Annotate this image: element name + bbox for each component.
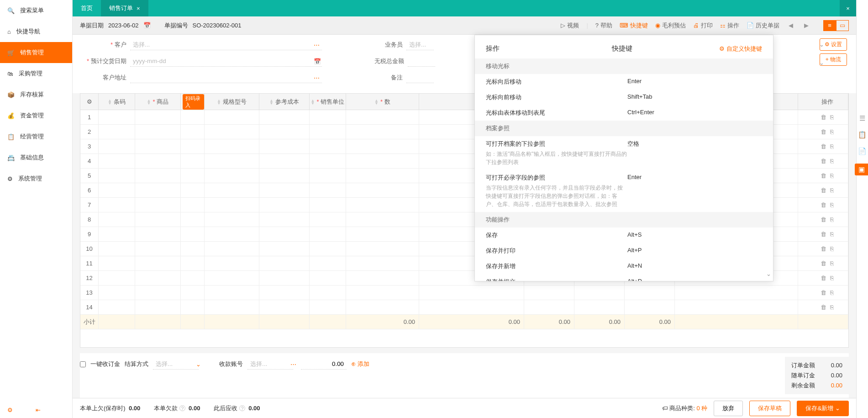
table-row[interactable]: 13🗑⎘ — [80, 286, 848, 300]
copy-icon[interactable]: ⎘ — [830, 172, 834, 179]
search-menu[interactable]: 🔍搜索菜单 — [0, 0, 72, 21]
delete-icon[interactable]: 🗑 — [821, 201, 826, 208]
add-settlement-link[interactable]: ⊕ 添加 — [351, 360, 369, 368]
delete-icon[interactable]: 🗑 — [821, 158, 826, 164]
account-input[interactable] — [247, 359, 293, 370]
th-product[interactable]: ▲▼*商品 — [135, 94, 181, 110]
view-list-icon[interactable]: ≡ — [823, 20, 836, 31]
th-unit[interactable]: ▲▼*销售单位 — [310, 94, 346, 110]
th-cost[interactable]: ▲▼参考成本 — [259, 94, 310, 110]
delete-icon[interactable]: 🗑 — [821, 187, 826, 194]
info-icon: 📇 — [7, 154, 15, 161]
doc-date-label: 单据日期 — [80, 21, 104, 30]
help-icon[interactable]: ? — [179, 405, 185, 411]
chevron-down-icon[interactable]: ⌄ — [766, 270, 771, 277]
gross-link[interactable]: ◉毛利预估 — [655, 21, 686, 30]
copy-icon[interactable]: ⎘ — [830, 275, 834, 281]
sidebar-item-quicknav[interactable]: ⌂快捷导航 — [0, 21, 72, 42]
copy-icon[interactable]: ⎘ — [830, 158, 834, 164]
chevron-down-icon[interactable]: ⌄ — [819, 59, 824, 66]
doc-date-value[interactable]: 2023-06-02 — [108, 22, 139, 29]
copy-icon[interactable]: ⎘ — [830, 231, 834, 238]
delete-icon[interactable]: 🗑 — [821, 216, 826, 223]
rail-icon[interactable]: ☰ — [859, 114, 865, 122]
remark-input[interactable] — [406, 72, 434, 83]
customer-input[interactable] — [130, 39, 322, 50]
print-link[interactable]: 🖨打印 — [693, 21, 713, 30]
ops-link[interactable]: ⚏操作 — [720, 21, 739, 30]
shortcut-link[interactable]: ⌨快捷键 — [620, 21, 648, 30]
copy-icon[interactable]: ⎘ — [830, 201, 834, 208]
delete-icon[interactable]: 🗑 — [821, 289, 826, 296]
sidebar-item-purchase[interactable]: 🛍采购管理 — [0, 63, 72, 84]
delete-icon[interactable]: 🗑 — [821, 128, 826, 135]
custom-shortcut-link[interactable]: ⚙自定义快捷键 — [719, 44, 762, 53]
next-icon[interactable]: ▶ — [802, 22, 810, 29]
tab-sales-order[interactable]: 销售订单× — [101, 0, 148, 16]
addr-input[interactable] — [130, 72, 322, 83]
calendar-icon[interactable]: 📅 — [314, 58, 321, 65]
save-new-button[interactable]: 保存&新增 ⌄ — [797, 401, 849, 416]
copy-icon[interactable]: ⎘ — [830, 216, 834, 223]
delete-icon[interactable]: 🗑 — [821, 143, 826, 150]
copy-icon[interactable]: ⎘ — [830, 289, 834, 296]
rail-icon[interactable]: 📄 — [858, 147, 867, 155]
sales-input[interactable] — [406, 39, 434, 50]
settings-icon[interactable]: ⚙ — [7, 407, 13, 413]
th-spec[interactable]: ▲▼规格型号 — [205, 94, 259, 110]
sidebar-item-inventory[interactable]: 📦库存核算 — [0, 84, 72, 105]
chevron-down-icon[interactable]: ⌄ — [196, 361, 201, 368]
help-icon[interactable]: ? — [239, 405, 245, 411]
help-link[interactable]: ?帮助 — [595, 21, 612, 30]
copy-icon[interactable]: ⎘ — [830, 304, 834, 311]
discard-button[interactable]: 放弃 — [714, 401, 743, 416]
settle-amount-input[interactable] — [301, 359, 347, 370]
sidebar-item-sales[interactable]: 🛒销售管理 — [0, 42, 72, 63]
delete-icon[interactable]: 🗑 — [821, 275, 826, 281]
copy-icon[interactable]: ⎘ — [830, 260, 834, 267]
sidebar-item-finance[interactable]: 💰资金管理 — [0, 105, 72, 126]
view-grid-icon[interactable]: ▭ — [836, 20, 849, 31]
th-scan[interactable]: 扫码录入 — [181, 94, 205, 110]
th-barcode[interactable]: ▲▼条码 — [99, 94, 135, 110]
delete-icon[interactable]: 🗑 — [821, 245, 826, 252]
table-row[interactable]: 14🗑⎘ — [80, 300, 848, 315]
collapse-icon[interactable]: ⇤ — [36, 407, 41, 413]
th-gear[interactable]: ⚙ — [80, 94, 99, 110]
th-qty[interactable]: ▲▼*数 — [346, 94, 419, 110]
chevron-down-icon[interactable]: ⌄ — [819, 41, 824, 48]
expect-date-input[interactable] — [130, 56, 322, 67]
rail-icon[interactable]: 📋 — [858, 131, 867, 139]
copy-icon[interactable]: ⎘ — [830, 143, 834, 150]
more-icon[interactable]: ⋯ — [314, 42, 320, 48]
delete-icon[interactable]: 🗑 — [821, 231, 826, 238]
close-icon[interactable]: × — [137, 5, 140, 12]
delete-icon[interactable]: 🗑 — [821, 114, 826, 121]
method-input[interactable] — [153, 359, 199, 370]
taxfree-input[interactable] — [408, 56, 435, 67]
copy-icon[interactable]: ⎘ — [830, 245, 834, 252]
delete-icon[interactable]: 🗑 — [821, 260, 826, 267]
method-label: 结算方式 — [125, 360, 148, 368]
popup-op-header: 操作 — [486, 44, 500, 53]
sidebar-item-basic[interactable]: 📇基础信息 — [0, 147, 72, 168]
delete-icon[interactable]: 🗑 — [821, 172, 826, 179]
doc-no-value: SO-20230602-001 — [193, 22, 242, 29]
video-link[interactable]: ▷视频 — [561, 21, 579, 30]
history-link[interactable]: 📄历史单据 — [747, 21, 779, 30]
tab-home[interactable]: 首页 — [73, 0, 101, 16]
copy-icon[interactable]: ⎘ — [830, 187, 834, 194]
delete-icon[interactable]: 🗑 — [821, 304, 826, 311]
calendar-icon[interactable]: 📅 — [143, 22, 151, 29]
prev-icon[interactable]: ◀ — [787, 22, 795, 29]
rail-icon-active[interactable]: ▣ — [855, 164, 868, 175]
sidebar-item-system[interactable]: ⚙系统管理 — [0, 168, 72, 189]
close-all-tabs[interactable]: × — [840, 0, 856, 16]
more-icon[interactable]: ⋯ — [290, 361, 296, 368]
copy-icon[interactable]: ⎘ — [830, 114, 834, 121]
save-draft-button[interactable]: 保存草稿 — [749, 401, 790, 416]
copy-icon[interactable]: ⎘ — [830, 128, 834, 135]
sidebar-item-business[interactable]: 📋经营管理 — [0, 126, 72, 147]
one-click-deposit-checkbox[interactable] — [80, 361, 86, 367]
more-icon[interactable]: ⋯ — [314, 74, 320, 81]
